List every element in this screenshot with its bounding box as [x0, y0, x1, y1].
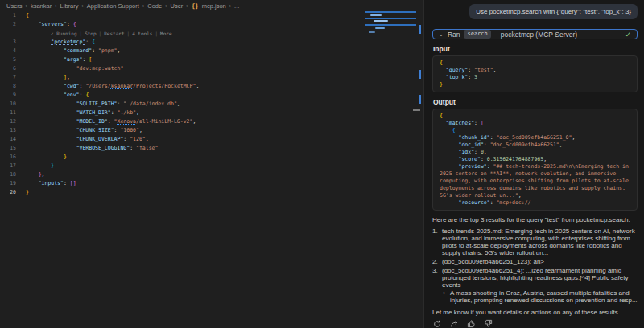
chevron-down-icon[interactable]: ⌄	[439, 31, 444, 38]
code-token: ,	[493, 67, 497, 73]
minimap[interactable]	[365, 9, 416, 35]
code-token: {	[440, 113, 443, 119]
code-line-text: "servers": {	[26, 20, 76, 29]
tool-call-header[interactable]: ⌄ Ran search – pocketmcp (MCP Server) ✓	[432, 29, 638, 39]
code-line: "resource": "mcp+doc://	[440, 199, 630, 207]
codelens-action[interactable]: ✓ Running	[51, 31, 77, 36]
breadcrumb-item[interactable]: User	[171, 2, 184, 10]
editor-code-row[interactable]: 1{	[0, 11, 423, 20]
code-token	[440, 74, 446, 80]
code-token: ,	[139, 127, 142, 133]
code-token: ,	[518, 192, 522, 199]
code-token: "doc_5cd009efb4a66251"	[490, 141, 559, 148]
thumbs-down-button[interactable]	[483, 319, 493, 328]
code-token: "idx"	[458, 149, 474, 155]
code-token: ,	[572, 134, 575, 141]
code-token: ,	[484, 149, 487, 155]
vscode-window: Users›ksankar›Library›Application Suppor…	[0, 0, 644, 328]
breadcrumb: Users›ksankar›Library›Application Suppor…	[0, 0, 423, 11]
editor-pane: Users›ksankar›Library›Application Suppor…	[0, 0, 424, 328]
success-check-icon: ✓	[625, 31, 631, 39]
line-number: 6	[0, 64, 26, 73]
codelens-separator: |	[99, 31, 102, 36]
result-sub-item: ◦A mass shooting in Graz, Austria, cause…	[443, 289, 638, 304]
editor-code-row[interactable]: 2 "servers": {	[0, 20, 423, 29]
editor-code-row[interactable]: 7 ],	[0, 73, 423, 82]
editor-code-row[interactable]: 10 "SQLITE_PATH": "./data/index.db",	[0, 100, 423, 109]
breadcrumb-item[interactable]: ksankar	[31, 2, 52, 10]
result-item: 1.tech-trends-2025.md: Emerging tech in …	[432, 228, 638, 256]
codelens-action[interactable]: 4 tools	[132, 31, 152, 36]
code-line-text: }	[26, 153, 67, 162]
editor-code-row[interactable]: 4 "command": "pnpm",	[0, 47, 423, 55]
minimap-code	[374, 20, 388, 22]
thumbs-up-button[interactable]	[466, 319, 476, 328]
code-token: :	[108, 118, 114, 125]
code-editor[interactable]: 1{2 "servers": {✓ Running|Stop|Restart|4…	[0, 11, 423, 197]
code-token	[440, 156, 458, 162]
code-token	[26, 21, 39, 27]
code-token: "false"	[136, 145, 158, 151]
code-token	[26, 92, 64, 98]
code-token: :	[468, 67, 474, 73]
code-line-text: "CHUNK_SIZE": "1000",	[26, 126, 142, 135]
code-token: "top_k"	[446, 74, 468, 80]
code-line: "chunk_id": "doc_5cd009efb4a66251_0",	[440, 134, 630, 141]
codelens-action[interactable]: Restart	[104, 31, 124, 36]
editor-code-row[interactable]: 5 "args": [	[0, 55, 423, 64]
code-token: "120"	[130, 136, 146, 142]
code-token	[26, 154, 64, 160]
code-token	[26, 180, 39, 187]
code-token: [	[89, 56, 92, 63]
result-item: 2.(doc_5cd009efb4a66251_123): an>	[432, 258, 638, 265]
redo-button[interactable]	[449, 319, 459, 328]
editor-code-row[interactable]: 19 "inputs": []	[0, 179, 423, 188]
line-number: 13	[0, 126, 26, 135]
code-line: "preview": "## tech-trends-2025.md\n\nEm…	[440, 163, 630, 199]
editor-code-row[interactable]: 8 "cwd": "/Users/ksankar/Projects/Pocket…	[0, 82, 423, 91]
line-number: 9	[0, 91, 26, 100]
breadcrumb-item[interactable]: Library	[60, 2, 79, 10]
chat-panel: Use pocketmcp.search with {"query": "tes…	[424, 0, 644, 328]
result-text: tech-trends-2025.md: Emerging tech in 20…	[442, 228, 638, 256]
breadcrumb-item-file[interactable]: mcp.json	[202, 2, 226, 10]
regenerate-icon	[433, 320, 441, 328]
minimap-highlight	[365, 24, 416, 26]
regenerate-button[interactable]	[432, 319, 442, 328]
output-label: Output	[433, 99, 638, 106]
results-list: 1.tech-trends-2025.md: Emerging tech in …	[432, 226, 638, 304]
editor-code-row[interactable]: 18 },	[0, 170, 423, 179]
breadcrumb-item[interactable]: Code	[147, 2, 162, 10]
breadcrumb-separator: ›	[55, 3, 56, 9]
code-token: "doc_id"	[458, 141, 483, 148]
overview-ruler-mark	[419, 25, 421, 34]
code-line-text: "CHUNK_OVERLAP": "120",	[26, 135, 149, 144]
code-token: :	[67, 21, 73, 27]
editor-code-row[interactable]: 3 "pocketmcp": {	[0, 38, 423, 47]
codelens-action[interactable]: Stop	[85, 31, 96, 36]
editor-code-row[interactable]: 20}	[0, 188, 423, 197]
code-line-text: }	[26, 162, 54, 170]
code-token: "VERBOSE_LOGGING"	[76, 145, 130, 151]
breadcrumb-item[interactable]: Users	[6, 2, 23, 10]
code-token: "pnpm"	[98, 47, 117, 54]
breadcrumb-item[interactable]: Application Support	[87, 2, 139, 10]
scrollbar-handle[interactable]	[413, 109, 420, 111]
editor-code-row[interactable]: 17 }	[0, 162, 423, 170]
tool-call-server-label: – pocketmcp (MCP Server)	[495, 31, 577, 39]
code-token: "matches"	[446, 120, 474, 126]
code-token: "command"	[64, 47, 92, 54]
code-token: 3	[474, 74, 477, 80]
code-token	[26, 74, 64, 80]
code-token: ,	[67, 74, 70, 80]
breadcrumb-separator: ›	[81, 3, 83, 9]
editor-code-row[interactable]: 6 "dev:mcp:watch"	[0, 64, 423, 73]
codelens-action[interactable]: More...	[160, 31, 180, 36]
code-line: "idx": 0,	[440, 149, 630, 156]
code-token: :	[468, 74, 474, 80]
breadcrumb-separator: ›	[186, 3, 188, 9]
code-token: "WATCH_DIR"	[76, 109, 111, 116]
editor-code-row[interactable]: 9 "env": {	[0, 91, 423, 100]
code-line-text: "command": "pnpm",	[26, 47, 120, 55]
code-token: :	[92, 47, 98, 54]
